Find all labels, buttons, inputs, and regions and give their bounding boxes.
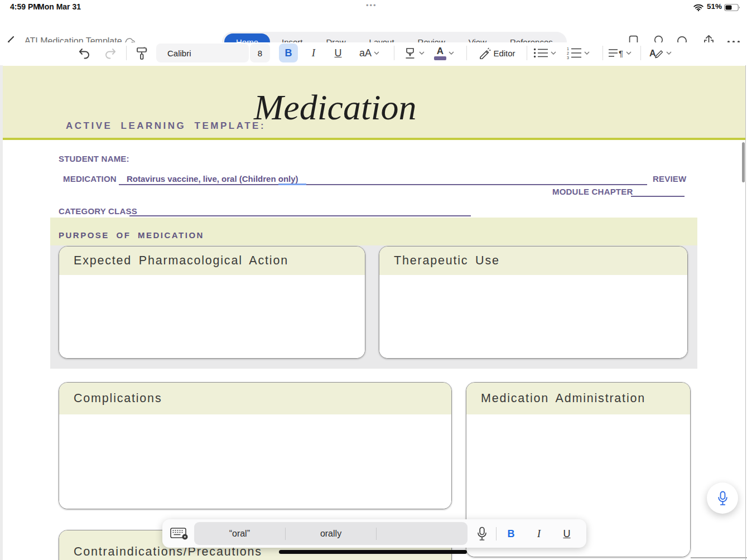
quick-italic-button[interactable]: I	[531, 526, 547, 542]
formatting-toolbar: Calibri 8 B I U aA A Editor	[0, 42, 747, 65]
numbered-list-button[interactable]: 123	[565, 42, 591, 64]
toolbar-divider	[603, 46, 603, 60]
category-class-label: CATEGORY CLASS	[59, 206, 137, 216]
font-color-label: A	[437, 46, 444, 56]
medication-value-spellcheck: only)	[278, 174, 306, 185]
medication-value[interactable]: Rotavirus vaccine, live, oral (Children …	[127, 174, 306, 184]
toolbar-divider	[527, 46, 527, 60]
italic-button[interactable]: I	[305, 42, 322, 64]
box-complications: Complications	[59, 382, 452, 509]
template-title: Medication	[254, 87, 416, 128]
word-ipad-app: 4:59 PM Mon Mar 31 ••• 51% ATI Medicatio…	[0, 0, 747, 560]
font-name-field[interactable]: Calibri	[156, 44, 249, 62]
format-painter-icon[interactable]	[133, 42, 151, 64]
quick-underline-button[interactable]: U	[558, 526, 575, 542]
medication-value-main: Rotavirus vaccine, live, oral (Children	[127, 174, 278, 184]
scrollbar-thumb[interactable]	[742, 142, 745, 182]
table-hairline	[691, 557, 747, 558]
status-time: 4:59 PM	[10, 2, 40, 11]
box-title: Medication Administration	[481, 392, 645, 405]
redo-icon[interactable]	[102, 42, 118, 64]
toolbar-divider	[640, 46, 641, 60]
module-chapter-label: MODULE CHAPTER	[552, 187, 633, 196]
box-header: Complications	[59, 383, 451, 414]
editor-label: Editor	[493, 49, 515, 58]
multitasking-dots-icon[interactable]: •••	[366, 1, 377, 9]
box-title: Expected Pharmacological Action	[74, 254, 288, 268]
box-header: Expected Pharmacological Action	[59, 247, 365, 275]
battery-icon	[724, 3, 740, 13]
module-chapter-field-line[interactable]	[631, 187, 685, 197]
medication-field-line[interactable]: Rotavirus vaccine, live, oral (Children …	[119, 172, 647, 185]
format-divider	[496, 527, 497, 540]
chevron-down-icon	[419, 51, 425, 55]
chevron-down-icon	[551, 51, 556, 55]
floating-dictation-button[interactable]	[707, 482, 738, 514]
dictation-mic-icon[interactable]	[476, 527, 488, 543]
styles-button[interactable]: A	[646, 42, 675, 64]
toolbar-divider	[126, 46, 127, 60]
box-title: Therapeutic Use	[394, 254, 500, 268]
box-body-text-area[interactable]	[379, 275, 687, 358]
page-right-edge	[745, 65, 746, 560]
toolbar-divider	[466, 46, 467, 60]
status-date: Mon Mar 31	[38, 2, 81, 11]
font-color-button[interactable]: A	[431, 42, 457, 64]
review-label: REVIEW	[653, 174, 686, 184]
undo-icon[interactable]	[76, 42, 93, 64]
title-bar: ATI Medication Template Home Insert Draw…	[0, 13, 747, 42]
chevron-down-icon	[626, 51, 632, 55]
medication-label: MEDICATION	[63, 174, 117, 184]
chevron-down-icon	[584, 51, 590, 55]
student-name-label: STUDENT NAME:	[59, 154, 129, 163]
chevron-down-icon	[449, 51, 454, 55]
box-header: Therapeutic Use	[379, 247, 687, 275]
highlight-color-button[interactable]	[401, 42, 427, 64]
quick-bold-button[interactable]: B	[503, 526, 519, 542]
toolbar-divider	[394, 46, 394, 60]
keyboard-suggestion-bar: “oral” orally B I U	[162, 519, 586, 548]
ink-annotation-line[interactable]	[279, 550, 467, 554]
box-title: Complications	[74, 392, 162, 405]
suggestion-strip: “oral” orally	[194, 522, 468, 545]
change-case-button[interactable]: aA	[355, 42, 384, 64]
category-class-field-line[interactable]	[129, 207, 471, 216]
svg-text:2: 2	[567, 51, 569, 55]
suggestion-option[interactable]: orally	[286, 529, 377, 539]
status-bar: 4:59 PM Mon Mar 31 ••• 51%	[0, 0, 747, 13]
svg-text:¶: ¶	[619, 49, 623, 58]
editor-button[interactable]: Editor	[474, 42, 520, 64]
chevron-down-icon	[666, 51, 672, 55]
box-therapeutic-use: Therapeutic Use	[379, 246, 688, 359]
box-expected-pharmacological-action: Expected Pharmacological Action	[59, 246, 365, 359]
svg-text:A: A	[649, 49, 656, 58]
box-body-text-area[interactable]	[59, 414, 451, 509]
box-body-text-area[interactable]	[59, 275, 365, 358]
svg-text:3: 3	[567, 56, 569, 59]
svg-text:1: 1	[567, 47, 569, 51]
box-header: Medication Administration	[466, 383, 690, 414]
active-learning-template-label: ACTIVE LEARNING TEMPLATE:	[66, 120, 266, 132]
font-size-field[interactable]: 8	[250, 44, 270, 62]
battery-percent: 51%	[707, 2, 722, 11]
bullet-list-button[interactable]	[531, 42, 558, 64]
keyboard-settings-icon[interactable]	[170, 527, 189, 543]
change-case-label: aA	[359, 47, 372, 59]
suggestion-option[interactable]: “oral”	[194, 529, 285, 539]
chevron-down-icon	[374, 51, 379, 55]
editor-pen-icon	[479, 47, 491, 59]
underline-button[interactable]: U	[329, 42, 347, 64]
suggestion-divider	[376, 528, 377, 540]
mic-icon	[717, 491, 729, 506]
paragraph-formatting-button[interactable]: ¶	[606, 42, 634, 64]
font-color-swatch	[434, 56, 446, 60]
wifi-icon	[693, 3, 703, 13]
purpose-of-medication-label: PURPOSE OF MEDICATION	[59, 230, 204, 240]
bold-button[interactable]: B	[279, 44, 298, 62]
